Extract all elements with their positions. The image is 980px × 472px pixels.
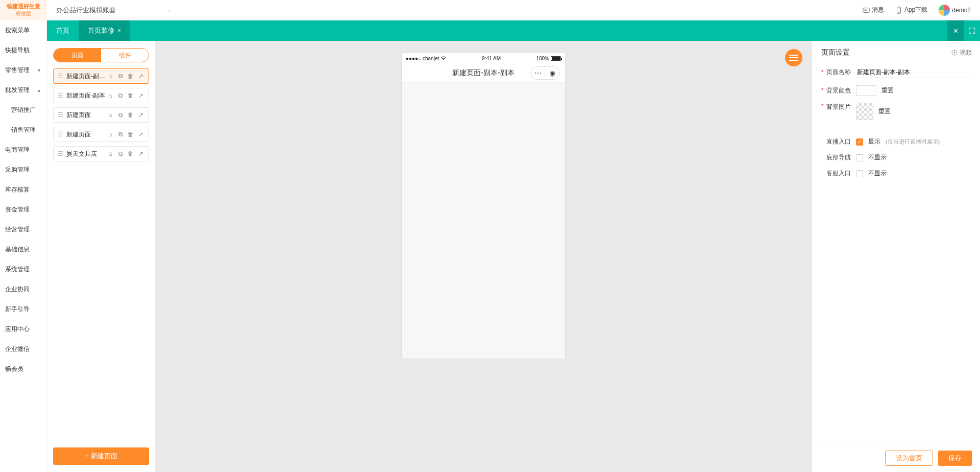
app-download-link[interactable]: App下载	[895, 6, 927, 14]
brand-name: 畅捷通好生意	[7, 3, 40, 10]
phone-icon	[895, 7, 902, 14]
svg-rect-0	[863, 8, 869, 12]
avatar	[939, 5, 950, 16]
message-icon	[863, 7, 870, 14]
chevron-down-icon: ⌄	[167, 7, 172, 13]
account-selector-label: 办公品行业模拟账套	[56, 6, 116, 15]
top-right: 消息 App下载 demo2	[863, 5, 980, 16]
brand-logo: 畅捷通好生意 标准版	[0, 0, 47, 20]
top-bar: 畅捷通好生意 标准版 办公品行业模拟账套 ⌄ 消息 App下载 demo2	[0, 0, 980, 20]
user-menu[interactable]: demo2	[939, 5, 971, 16]
svg-point-2	[898, 12, 899, 12]
brand-edition: 标准版	[16, 10, 31, 17]
account-selector[interactable]: 办公品行业模拟账套 ⌄	[56, 6, 172, 15]
user-name: demo2	[952, 7, 971, 14]
messages-link[interactable]: 消息	[863, 6, 884, 14]
